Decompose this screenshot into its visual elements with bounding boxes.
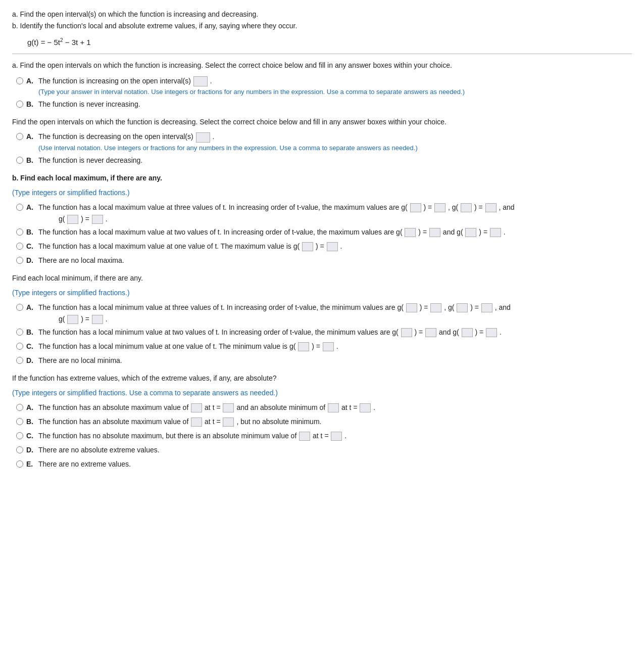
option-local-min-b-content: The function has a local minimum value a… bbox=[38, 327, 632, 338]
option-group-local-min: A. The function has a local minimum valu… bbox=[12, 302, 632, 367]
radio-abs-b[interactable] bbox=[16, 418, 23, 425]
option-increasing-b-label: B. bbox=[26, 99, 35, 110]
option-abs-e-label: E. bbox=[26, 459, 35, 470]
increasing-interval-input[interactable] bbox=[193, 76, 208, 86]
lmin-a-t1-input[interactable] bbox=[406, 303, 417, 312]
lmin-a-t2-input[interactable] bbox=[457, 303, 468, 312]
abs-b-max-t-input[interactable] bbox=[223, 418, 234, 427]
lmax-a-third: g( ) = . bbox=[59, 214, 632, 224]
radio-local-max-c[interactable] bbox=[16, 243, 23, 250]
local-max-fractions-note: (Type integers or simplified fractions.) bbox=[12, 188, 632, 198]
lmin-a-v1-input[interactable] bbox=[430, 303, 441, 312]
option-local-min-a-row: A. The function has a local minimum valu… bbox=[12, 302, 632, 325]
local-min-fractions-note: (Type integers or simplified fractions.) bbox=[12, 288, 632, 298]
radio-local-min-d[interactable] bbox=[16, 357, 23, 364]
option-local-max-d-row: D. There are no local maxima. bbox=[12, 255, 632, 267]
option-local-min-d-row: D. There are no local minima. bbox=[12, 355, 632, 367]
option-increasing-b-row: B. The function is never increasing. bbox=[12, 99, 632, 111]
lmin-c-v1-input[interactable] bbox=[323, 342, 334, 351]
radio-decreasing-b[interactable] bbox=[16, 157, 23, 164]
radio-local-min-b[interactable] bbox=[16, 329, 23, 336]
option-local-max-c-label: C. bbox=[26, 241, 35, 252]
lmax-c-v1-input[interactable] bbox=[327, 242, 338, 251]
option-local-min-c-label: C. bbox=[26, 341, 35, 352]
option-local-min-b-row: B. The function has a local minimum valu… bbox=[12, 327, 632, 339]
abs-c-min-t-input[interactable] bbox=[331, 432, 342, 441]
lmax-b-t2-input[interactable] bbox=[465, 228, 476, 237]
lmax-a-t3-input[interactable] bbox=[67, 215, 78, 224]
lmax-b-t1-input[interactable] bbox=[405, 228, 416, 237]
option-abs-b-row: B. The function has an absolute maximum … bbox=[12, 417, 632, 428]
abs-min-val-input[interactable] bbox=[328, 403, 339, 412]
option-local-max-c-row: C. The function has a local maximum valu… bbox=[12, 241, 632, 253]
decreasing-interval-input[interactable] bbox=[196, 132, 210, 143]
option-local-max-c-content: The function has a local maximum value a… bbox=[38, 241, 632, 252]
top-instructions: a. Find the open interval(s) on which th… bbox=[12, 9, 632, 31]
lmax-a-t2-input[interactable] bbox=[461, 203, 472, 212]
option-local-min-a-content: The function has a local minimum value a… bbox=[38, 302, 632, 325]
lmax-a-v2-input[interactable] bbox=[485, 203, 497, 212]
radio-increasing-b[interactable] bbox=[16, 101, 23, 108]
radio-abs-c[interactable] bbox=[16, 432, 23, 439]
lmax-a-v3-input[interactable] bbox=[92, 215, 103, 224]
lmin-b-t1-input[interactable] bbox=[401, 328, 412, 337]
option-abs-a-label: A. bbox=[26, 402, 35, 413]
option-abs-c-label: C. bbox=[26, 431, 35, 441]
option-group-absolute: A. The function has an absolute maximum … bbox=[12, 402, 632, 471]
lmin-c-t1-input[interactable] bbox=[298, 342, 309, 351]
lmax-b-v2-input[interactable] bbox=[490, 228, 501, 237]
radio-abs-a[interactable] bbox=[16, 404, 23, 411]
lmin-b-v2-input[interactable] bbox=[486, 328, 497, 337]
option-abs-a-row: A. The function has an absolute maximum … bbox=[12, 402, 632, 414]
lmax-b-v1-input[interactable] bbox=[429, 228, 440, 237]
radio-local-max-d[interactable] bbox=[16, 257, 23, 264]
option-abs-e-row: E. There are no extreme values. bbox=[12, 459, 632, 471]
option-abs-b-label: B. bbox=[26, 417, 35, 427]
section-b-local-max-label: b. Find each local maximum, if there are… bbox=[12, 173, 632, 183]
option-decreasing-a-content: The function is decreasing on the open i… bbox=[38, 131, 632, 153]
section-c-question: If the function has extreme values, whic… bbox=[12, 373, 632, 384]
option-abs-d-row: D. There are no absolute extreme values. bbox=[12, 445, 632, 456]
lmin-b-v1-input[interactable] bbox=[425, 328, 436, 337]
lmin-a-v3-input[interactable] bbox=[92, 315, 103, 324]
lmax-a-t1-input[interactable] bbox=[410, 203, 421, 212]
option-local-max-b-label: B. bbox=[26, 227, 35, 238]
lmin-a-t3-input[interactable] bbox=[67, 315, 78, 324]
radio-decreasing-a[interactable] bbox=[16, 133, 23, 140]
option-decreasing-b-label: B. bbox=[26, 155, 35, 166]
abs-max-val-input[interactable] bbox=[191, 403, 202, 412]
abs-b-max-val-input[interactable] bbox=[191, 418, 202, 427]
option-local-min-a-label: A. bbox=[26, 302, 35, 313]
option-local-max-a-label: A. bbox=[26, 202, 35, 213]
option-abs-d-label: D. bbox=[26, 445, 35, 455]
abs-min-t-input[interactable] bbox=[360, 403, 371, 412]
radio-abs-e[interactable] bbox=[16, 460, 23, 468]
radio-abs-d[interactable] bbox=[16, 446, 23, 453]
option-local-min-b-label: B. bbox=[26, 327, 35, 338]
abs-c-min-val-input[interactable] bbox=[299, 432, 310, 441]
option-local-max-d-content: There are no local maxima. bbox=[38, 255, 632, 266]
option-group-local-max: A. The function has a local maximum valu… bbox=[12, 202, 632, 267]
decreasing-hint: (Use interval notation. Use integers or … bbox=[38, 143, 632, 153]
lmin-b-t2-input[interactable] bbox=[462, 328, 473, 337]
radio-local-min-a[interactable] bbox=[16, 304, 23, 311]
abs-max-t-input[interactable] bbox=[223, 403, 234, 412]
option-abs-e-content: There are no extreme values. bbox=[38, 459, 632, 470]
lmax-a-v1-input[interactable] bbox=[434, 203, 445, 212]
option-group-increasing: A. The function is increasing on the ope… bbox=[12, 76, 632, 111]
option-local-min-c-content: The function has a local minimum value a… bbox=[38, 341, 632, 352]
option-local-min-c-row: C. The function has a local minimum valu… bbox=[12, 341, 632, 353]
radio-local-max-b[interactable] bbox=[16, 228, 23, 236]
option-local-max-b-row: B. The function has a local maximum valu… bbox=[12, 227, 632, 239]
section-a-decreasing-question: Find the open intervals on which the fun… bbox=[12, 117, 632, 127]
lmax-c-t1-input[interactable] bbox=[302, 242, 313, 251]
option-increasing-a-row: A. The function is increasing on the ope… bbox=[12, 76, 632, 97]
lmin-a-third: g( ) = . bbox=[59, 314, 632, 325]
radio-local-max-a[interactable] bbox=[16, 204, 23, 211]
option-increasing-b-content: The function is never increasing. bbox=[38, 99, 632, 110]
option-abs-c-row: C. The function has no absolute maximum,… bbox=[12, 431, 632, 442]
lmin-a-v2-input[interactable] bbox=[481, 303, 492, 312]
radio-increasing-a[interactable] bbox=[16, 77, 23, 84]
radio-local-min-c[interactable] bbox=[16, 343, 23, 350]
option-local-min-d-content: There are no local minima. bbox=[38, 355, 632, 366]
